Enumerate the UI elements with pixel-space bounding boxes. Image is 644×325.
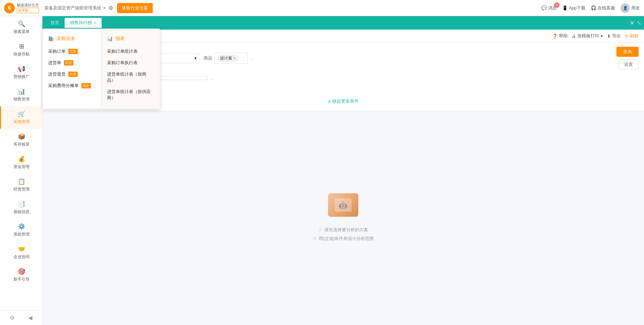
sidebar-item-label-marketing: 营销推广	[13, 74, 30, 80]
refresh-label: 刷新	[630, 33, 639, 39]
top-bar-right: 💬 消息 5 📱 App下载 🎧 在线客服 👤 用友	[541, 3, 640, 13]
goods-dots[interactable]: ...	[250, 56, 254, 61]
sidebar-item-label-inventory: 库存核算	[13, 141, 30, 147]
print-label: 按模板打印	[577, 33, 599, 39]
user-avatar: 👤	[620, 3, 630, 13]
system-dropdown-icon[interactable]: ▾	[103, 5, 106, 10]
message-icon: 💬	[541, 5, 547, 10]
headset-icon: 🎧	[591, 5, 596, 10]
handshake-icon: 🤝	[18, 245, 25, 253]
sidebar-item-basic[interactable]: 📑 基础信息	[0, 196, 42, 219]
inbound-history-tag: 历史	[64, 60, 73, 66]
purchase-order-exec-label: 采购订单执行表	[107, 60, 138, 66]
goods-tag-close-icon[interactable]: ×	[234, 56, 236, 60]
refresh-action[interactable]: ↻ 刷新	[625, 33, 639, 39]
app-download-action[interactable]: 📱 App下载	[562, 5, 585, 11]
report-header: 📊 报表	[102, 34, 160, 46]
tab-close-icon[interactable]: ×	[94, 21, 96, 25]
target-icon: 🎯	[18, 268, 25, 275]
collapse-btn[interactable]: ∧ 收起更多条件	[328, 95, 359, 107]
app-download-label: App下载	[569, 5, 585, 11]
sidebar-item-label-sales: 销售管理	[13, 96, 30, 102]
system-settings-icon[interactable]: ⚙	[108, 5, 113, 11]
sidebar-item-capital[interactable]: 💰 资金管理	[0, 151, 42, 174]
sidebar-item-quicknav[interactable]: ⊞ 快捷导航	[0, 39, 42, 61]
query-button[interactable]: 查询	[616, 47, 639, 57]
tab-sales-rank[interactable]: 销售排行榜 ×	[65, 18, 102, 28]
right-btn-group: 查询 设置	[616, 47, 639, 70]
purchase-fee-label: 采购费用分摊单	[48, 83, 79, 89]
phone-icon: 📱	[562, 5, 568, 10]
sidebar-item-label-basic: 基础信息	[13, 209, 30, 215]
purchase-business-col: 🛍️ 采购业务 采购订单 历史 进货单 历史 进货退货 历史 采购费用分摊单 历…	[43, 29, 101, 109]
purchase-business-header: 🛍️ 采购业务	[43, 34, 101, 46]
sidebar: 🔍 搜索菜单 ⊞ 快捷导航 📢 营销推广 📊 销售管理 🛒 采购管理 📦	[0, 16, 42, 325]
dropdown-item-inbound-stat-supplier[interactable]: 进货单统计表（按供应商）	[102, 86, 160, 104]
sidebar-item-label-system: 系统管理	[13, 232, 30, 237]
system-title: 装备及固定资产辅助管理系统	[44, 5, 101, 11]
sidebar-item-label-search: 搜索菜单	[13, 29, 30, 35]
purchase-business-icon: 🛍️	[48, 36, 54, 41]
report-title: 报表	[115, 36, 125, 42]
sidebar-item-label-quicknav: 快捷导航	[13, 51, 30, 57]
tab-bar: 首页 销售排行榜 × ✕ ⤡	[42, 16, 644, 30]
search-icon: 🔍	[18, 20, 25, 28]
sidebar-item-search[interactable]: 🔍 搜索菜单	[0, 16, 42, 39]
sidebar-item-system[interactable]: ⚙️ 系统管理	[0, 219, 42, 241]
print-icon: 🖨	[572, 34, 576, 39]
dropdown-item-inbound-return[interactable]: 进货退货 历史	[43, 69, 101, 80]
setting-button[interactable]: 设置	[618, 59, 639, 70]
empty-state: 🤖 ① 请先选择要分析的方案 ② 用[过滤]条件来缩小分析范围	[313, 193, 373, 243]
empty-state-image: 🤖	[326, 193, 360, 220]
tab-home[interactable]: 首页	[45, 18, 65, 28]
tab-close-window-icon[interactable]: ✕	[630, 20, 634, 26]
sidebar-item-marketing[interactable]: 📢 营销推广	[0, 61, 42, 84]
user-label: 用友	[631, 5, 640, 11]
tab-maximize-icon[interactable]: ⤡	[637, 20, 641, 26]
online-service-label: 在线客服	[598, 5, 615, 11]
main-content: 🤖 ① 请先选择要分析的方案 ② 用[过滤]条件来缩小分析范围	[42, 111, 644, 325]
salesperson-dots[interactable]: ...	[210, 75, 213, 80]
goods-filter-group: 商品 设计素 × ...	[204, 53, 254, 64]
export-action[interactable]: ⬆ 导出	[607, 33, 621, 39]
user-action[interactable]: 👤 用友	[620, 3, 640, 13]
report-icon: 📊	[107, 36, 113, 41]
dropdown-item-purchase-order-stat[interactable]: 采购订单统计表	[102, 46, 160, 57]
dropdown-item-purchase-fee[interactable]: 采购费用分摊单 历史	[43, 80, 101, 91]
print-dropdown-icon: ▾	[601, 34, 603, 39]
sidebar-item-operation[interactable]: 📋 经营管理	[0, 174, 42, 196]
doc-status-dropdown-icon: ▾	[194, 56, 196, 60]
sidebar-item-purchase[interactable]: 🛒 采购管理	[0, 106, 42, 129]
sidebar-item-sales[interactable]: 📊 销售管理	[0, 84, 42, 106]
purchase-fee-history-tag: 历史	[81, 83, 91, 88]
purchase-order-history-tag: 历史	[68, 49, 78, 54]
empty-step2: 用[过滤]条件来缩小分析范围	[319, 234, 373, 243]
help-action[interactable]: ❓ 帮助	[552, 33, 568, 39]
help-label: 帮助	[559, 33, 568, 39]
dropdown-item-purchase-order-exec[interactable]: 采购订单执行表	[102, 57, 160, 69]
sidebar-item-guide[interactable]: 🎯 新手引导	[0, 264, 42, 286]
industry-btn[interactable]: 体验行业方案	[117, 3, 153, 13]
collapse-sidebar-icon[interactable]: ◀	[28, 315, 32, 321]
sidebar-item-label-enterprise: 企业协同	[13, 254, 30, 260]
gear-icon: ⚙️	[18, 223, 25, 230]
clipboard-icon: 📋	[18, 178, 25, 185]
box-icon: 📦	[18, 133, 25, 140]
settings-bottom-icon[interactable]: ⚙	[10, 315, 14, 321]
goods-input[interactable]: 设计素 ×	[214, 53, 248, 64]
online-service-action[interactable]: 🎧 在线客服	[591, 5, 615, 11]
sidebar-item-label-purchase: 采购管理	[13, 119, 30, 125]
inbound-stat-supplier-label: 进货单统计表（按供应商）	[107, 89, 154, 101]
sidebar-item-enterprise[interactable]: 🤝 企业协同	[0, 241, 42, 264]
print-action[interactable]: 🖨 按模板打印 ▾	[572, 33, 603, 39]
inbound-label: 进货单	[48, 60, 61, 66]
dropdown-item-inbound[interactable]: 进货单 历史	[43, 57, 101, 69]
dropdown-item-inbound-stat-goods[interactable]: 进货单统计表（按商品）	[102, 69, 160, 86]
goods-label: 商品	[204, 55, 212, 61]
dropdown-item-purchase-order[interactable]: 采购订单 历史	[43, 46, 101, 57]
empty-step1: 请先选择要分析的方案	[324, 226, 368, 234]
export-icon: ⬆	[607, 34, 611, 39]
sidebar-item-inventory[interactable]: 📦 库存核算	[0, 129, 42, 151]
message-action[interactable]: 💬 消息 5	[541, 5, 557, 11]
logo-edition: 标准版	[17, 8, 39, 13]
